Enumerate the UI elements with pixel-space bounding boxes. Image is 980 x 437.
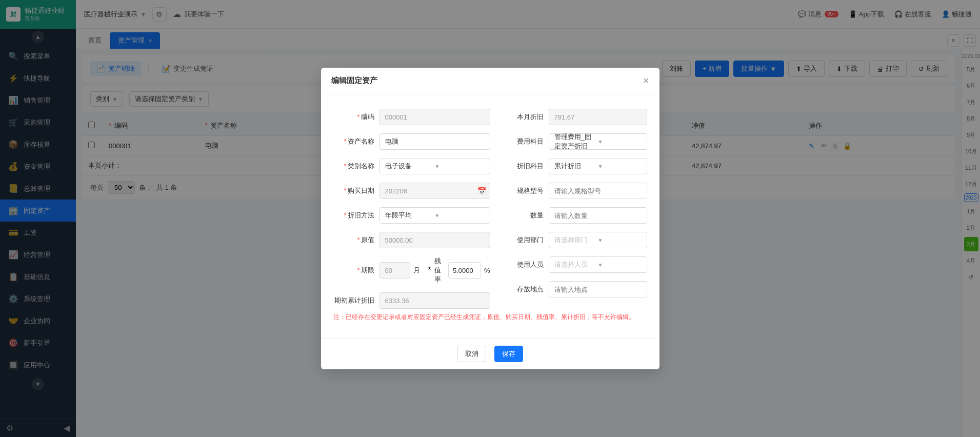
form-row-category: *类别名称 电子设备 ▼	[333, 154, 490, 178]
form-row-quantity: 数量	[503, 203, 647, 228]
initial-accumulated-label: 期初累计折旧	[333, 296, 374, 305]
depreciation-account-arrow: ▼	[598, 164, 642, 169]
modal-header: 编辑固定资产 ✕	[321, 68, 659, 94]
residual-req-star: *	[428, 266, 431, 275]
initial-accumulated-input[interactable]	[379, 292, 490, 309]
depreciation-method-select[interactable]: 年限平均 ▼	[379, 207, 490, 224]
monthly-depreciation-input	[549, 109, 647, 125]
location-label: 存放地点	[503, 285, 544, 294]
use-department-placeholder: 请选择部门	[554, 235, 598, 245]
use-department-label: 使用部门	[503, 235, 544, 245]
expense-account-label: 费用科目	[503, 137, 544, 146]
use-department-select[interactable]: 请选择部门 ▼	[549, 232, 647, 248]
modal-close-button[interactable]: ✕	[643, 76, 649, 86]
form-row-purchase-date: *购买日期 📅	[333, 178, 490, 203]
depreciation-method-arrow: ▼	[435, 213, 485, 218]
expense-account-value: 管理费用_固定资产折旧	[554, 132, 598, 151]
form-row-monthly-depreciation: 本月折旧	[503, 105, 647, 129]
category-label: *类别名称	[333, 162, 374, 171]
period-residual-group: 月 * 残值率 %	[379, 256, 490, 284]
purchase-date-wrap: 📅	[379, 183, 490, 199]
form-row-code: *编码	[333, 105, 490, 129]
modal-body: *编码 *资产名称 *类别名称	[321, 94, 659, 338]
form-row-depreciation-account: 折旧科目 累计折旧 ▼	[503, 154, 647, 178]
expense-account-arrow: ▼	[598, 139, 642, 145]
form-row-use-person: 使用人员 请选择人员 ▼	[503, 252, 647, 277]
asset-name-label: *资产名称	[333, 137, 374, 146]
depreciation-method-label: *折旧方法	[333, 211, 374, 220]
depreciation-method-value: 年限平均	[385, 211, 435, 220]
quantity-input[interactable]	[549, 207, 647, 224]
residual-rate-input[interactable]	[448, 262, 481, 279]
form-row-expense-account: 费用科目 管理费用_固定资产折旧 ▼	[503, 129, 647, 154]
category-select-arrow: ▼	[435, 164, 485, 169]
modal-title: 编辑固定资产	[331, 76, 377, 86]
original-value-input[interactable]	[379, 232, 490, 248]
edit-asset-modal: 编辑固定资产 ✕ *编码 *资产名称	[321, 68, 659, 369]
form-row-period: *期限 月 * 残值率 %	[333, 252, 490, 288]
code-input[interactable]	[379, 109, 490, 125]
category-select-value: 电子设备	[385, 162, 435, 171]
save-button[interactable]: 保存	[494, 346, 523, 362]
cancel-label: 取消	[465, 349, 478, 359]
residual-rate-label: 残值率	[434, 256, 445, 284]
use-department-arrow: ▼	[598, 237, 642, 243]
code-label: *编码	[333, 112, 374, 122]
modal-note: 注：已经存在变更记录或者对应固定资产已经生成凭证，原值、购买日期、残值率、累计折…	[333, 313, 647, 328]
save-label: 保存	[502, 349, 515, 359]
location-input[interactable]	[549, 281, 647, 297]
form-row-initial-accumulated: 期初累计折旧	[333, 288, 490, 313]
depreciation-account-select[interactable]: 累计折旧 ▼	[549, 158, 647, 174]
period-unit: 月	[413, 266, 420, 275]
form-row-model: 规格型号	[503, 178, 647, 203]
model-input[interactable]	[549, 183, 647, 199]
modal-footer: 取消 保存	[321, 338, 659, 369]
category-select[interactable]: 电子设备 ▼	[379, 158, 490, 174]
original-value-label: *原值	[333, 235, 374, 245]
expense-account-select[interactable]: 管理费用_固定资产折旧 ▼	[549, 133, 647, 150]
modal-overlay: 编辑固定资产 ✕ *编码 *资产名称	[0, 0, 980, 437]
monthly-depreciation-label: 本月折旧	[503, 112, 544, 122]
note-text: 注：已经存在变更记录或者对应固定资产已经生成凭证，原值、购买日期、残值率、累计折…	[333, 313, 635, 321]
form-row-original-value: *原值	[333, 228, 490, 252]
period-label: *期限	[333, 266, 374, 275]
form-row-asset-name: *资产名称	[333, 129, 490, 154]
asset-name-input[interactable]	[379, 133, 490, 150]
form-row-use-department: 使用部门 请选择部门 ▼	[503, 228, 647, 252]
form-row-location: 存放地点	[503, 277, 647, 302]
use-person-arrow: ▼	[598, 262, 642, 268]
cancel-button[interactable]: 取消	[457, 346, 486, 362]
quantity-label: 数量	[503, 211, 544, 220]
depreciation-account-value: 累计折旧	[554, 162, 598, 171]
use-person-label: 使用人员	[503, 260, 544, 269]
depreciation-account-label: 折旧科目	[503, 162, 544, 171]
purchase-date-input[interactable]	[379, 183, 490, 199]
form-grid: *编码 *资产名称 *类别名称	[333, 105, 647, 313]
use-person-placeholder: 请选择人员	[554, 260, 598, 269]
model-label: 规格型号	[503, 186, 544, 195]
residual-rate-unit: %	[484, 267, 490, 274]
purchase-date-label: *购买日期	[333, 186, 374, 195]
form-left-col: *编码 *资产名称 *类别名称	[333, 105, 490, 313]
form-row-depreciation-method: *折旧方法 年限平均 ▼	[333, 203, 490, 228]
form-right-col: 本月折旧 费用科目 管理费用_固定资产折旧 ▼	[490, 105, 647, 313]
use-person-select[interactable]: 请选择人员 ▼	[549, 256, 647, 273]
period-input[interactable]	[379, 262, 410, 279]
